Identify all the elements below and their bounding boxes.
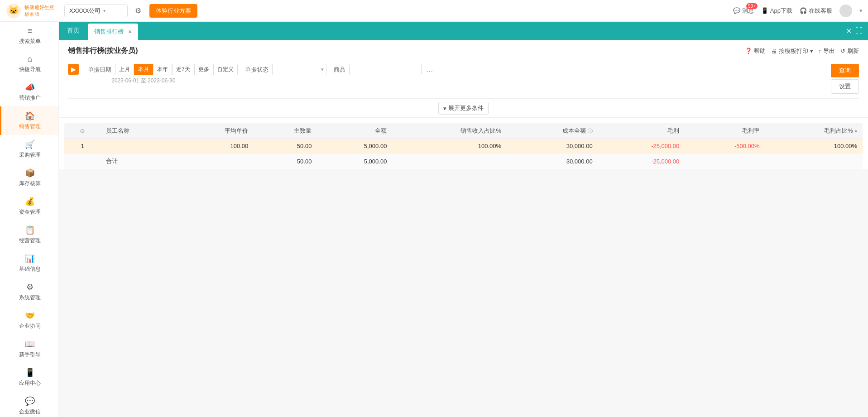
sidebar-item-inventory[interactable]: 📦 库存核算 <box>0 163 58 192</box>
col-settings[interactable]: ⚙ <box>64 123 101 139</box>
status-select[interactable] <box>272 64 326 75</box>
app-icon: 📱 <box>761 7 768 14</box>
tab-close-icon[interactable]: × <box>128 28 132 35</box>
footer-gross-profit: -25,000.00 <box>598 153 685 169</box>
logo: 🐱 畅康通好生意 标准版 <box>5 3 64 19</box>
cell-amount: 5,000.00 <box>317 139 392 153</box>
tab-maximize-icon[interactable]: ⛶ <box>855 27 863 35</box>
purchase-icon: 🛒 <box>25 139 35 149</box>
finance-icon: 💰 <box>25 197 35 206</box>
settings-button[interactable]: 设置 <box>831 79 859 94</box>
cell-name <box>101 139 177 153</box>
date-btn-7days[interactable]: 近7天 <box>172 64 194 75</box>
template-print-button[interactable]: 🖨 按模板打印 ▾ <box>771 47 813 55</box>
sidebar-item-marketing[interactable]: 📣 营销推广 <box>0 78 58 106</box>
sidebar-item-quick-nav[interactable]: ⌂ 快捷导航 <box>0 50 58 78</box>
sidebar-item-search-orders[interactable]: ≡ 搜索菜单 <box>0 22 58 50</box>
col-sales-pct: 销售收入占比% <box>392 123 507 139</box>
filter-toggle-btn[interactable]: ▶ <box>68 64 79 75</box>
settings-col-icon: ⚙ <box>80 128 85 134</box>
help-button[interactable]: ❓ 帮助 <box>745 47 766 55</box>
sidebar-item-operation[interactable]: 📋 经营管理 <box>0 220 58 249</box>
page-content: 销售排行榜(按业务员) ❓ 帮助 🖨 按模板打印 ▾ <box>59 40 868 417</box>
date-btn-cur-month[interactable]: 本月 <box>134 64 153 75</box>
message-badge: 99+ <box>746 3 758 9</box>
sidebar-label-search-orders: 搜索菜单 <box>19 38 41 45</box>
marketing-icon: 📣 <box>25 82 35 92</box>
sidebar-label-quick-nav: 快捷导航 <box>19 66 41 73</box>
sidebar-label-app-center: 应用中心 <box>19 379 41 387</box>
search-orders-icon: ≡ <box>28 26 33 36</box>
sidebar-item-basic-info[interactable]: 📊 基础信息 <box>0 249 58 278</box>
newbie-icon: 📖 <box>25 339 35 349</box>
date-btn-cur-year[interactable]: 本年 <box>153 64 172 75</box>
col-gross-margin: 毛利率 <box>685 123 765 139</box>
sidebar-label-finance: 资金管理 <box>19 208 41 216</box>
sales-icon: 🏠 <box>25 111 35 121</box>
cell-avg-price: 100.00 <box>177 139 254 153</box>
svg-text:🐱: 🐱 <box>9 5 19 15</box>
tab-sales-ranking-label: 销售排行榜 <box>94 28 124 36</box>
sidebar-item-enterprise[interactable]: 🤝 企业协同 <box>0 306 58 335</box>
tab-sales-ranking[interactable]: 销售排行榜 × <box>88 24 138 40</box>
cell-gross-margin: -500.00% <box>685 139 765 153</box>
chevron-down-icon: ▾ <box>103 8 106 13</box>
sidebar-item-sales[interactable]: 🏠 销售管理 <box>0 106 58 135</box>
date-btn-prev-month[interactable]: 上月 <box>115 64 134 75</box>
col-name: 员工名称 <box>101 123 177 139</box>
refresh-button[interactable]: ↺ 刷新 <box>840 47 859 55</box>
cost-help-icon[interactable]: ⓘ <box>588 128 593 134</box>
refresh-icon: ↺ <box>840 48 845 54</box>
date-btn-more[interactable]: 更多 <box>194 64 213 75</box>
service-icon: 🎧 <box>800 7 807 14</box>
col-cost-amount: 成本全额 ⓘ <box>507 123 598 139</box>
sidebar-label-wechat: 企业微信 <box>19 408 41 416</box>
enterprise-icon: 🤝 <box>25 311 35 321</box>
export-button[interactable]: ↑ 导出 <box>819 47 835 55</box>
goods-filter-input[interactable] <box>349 64 422 75</box>
cell-gross-pct: 100.00% <box>765 139 863 153</box>
system-icon: ⚙ <box>26 282 34 292</box>
tab-close-all-icon[interactable]: ✕ <box>846 27 852 35</box>
cell-gross-profit: -25,000.00 <box>598 139 685 153</box>
avatar[interactable] <box>839 5 852 17</box>
print-chevron-icon: ▾ <box>810 48 813 54</box>
gross-pct-help-icon[interactable]: ♦ <box>854 128 857 134</box>
app-download-button[interactable]: 📱 App下载 <box>761 7 792 15</box>
footer-cost-amount: 30,000.00 <box>507 153 598 169</box>
company-selector[interactable]: XXXXX公司 ▾ <box>64 5 128 17</box>
trial-button[interactable]: 体验行业方案 <box>149 4 197 18</box>
sidebar-item-system[interactable]: ⚙ 系统管理 <box>0 278 58 306</box>
cell-index: 1 <box>64 139 101 153</box>
tab-bar: 首页 销售排行榜 × ✕ ⛶ <box>59 22 868 40</box>
table-footer-row: 合计 50.00 5,000.00 30,000.00 -25,000.00 <box>64 153 863 169</box>
online-service-button[interactable]: 🎧 在线客服 <box>800 7 832 15</box>
app-center-icon: 📱 <box>25 368 35 378</box>
date-btn-custom[interactable]: 自定义 <box>213 64 238 75</box>
status-select-wrap[interactable] <box>272 64 326 75</box>
col-amount: 全额 <box>317 123 392 139</box>
goods-filter-more-icon[interactable]: … <box>426 66 433 74</box>
date-range-text: 2023-06-01 至 2023-06-30 <box>111 77 238 85</box>
sidebar: ≡ 搜索菜单 ⌂ 快捷导航 📣 营销推广 🏠 销售管理 🛒 采购管理 📦 库 <box>0 22 59 417</box>
sidebar-item-purchase[interactable]: 🛒 采购管理 <box>0 135 58 163</box>
expand-more-btn[interactable]: ▾ 展开更多条件 <box>438 102 489 115</box>
tab-home[interactable]: 首页 <box>59 22 88 40</box>
sidebar-label-inventory: 库存核算 <box>19 180 41 187</box>
footer-label: 合计 <box>101 153 177 169</box>
footer-gross-pct <box>765 153 863 169</box>
col-avg-price: 平均单价 <box>177 123 254 139</box>
sidebar-item-newbie[interactable]: 📖 新手引导 <box>0 335 58 363</box>
date-filter-label: 单据日期 <box>88 66 111 74</box>
data-table: ⚙ 员工名称 平均单价 主数量 全额 销售收入占比% 成本全额 ⓘ <box>64 123 863 169</box>
sidebar-item-wechat[interactable]: 💬 企业微信 <box>0 392 58 417</box>
username: ▾ <box>859 7 863 14</box>
gear-button[interactable]: ⚙ <box>131 4 145 18</box>
sidebar-item-finance[interactable]: 💰 资金管理 <box>0 192 58 220</box>
query-button[interactable]: 查询 <box>831 64 859 77</box>
goods-filter-label: 商品 <box>334 66 345 74</box>
cell-main-qty: 50.00 <box>254 139 317 153</box>
message-button[interactable]: 💬 消息 99+ <box>733 7 754 15</box>
sidebar-label-purchase: 采购管理 <box>19 151 41 159</box>
sidebar-item-app-center[interactable]: 📱 应用中心 <box>0 363 58 392</box>
